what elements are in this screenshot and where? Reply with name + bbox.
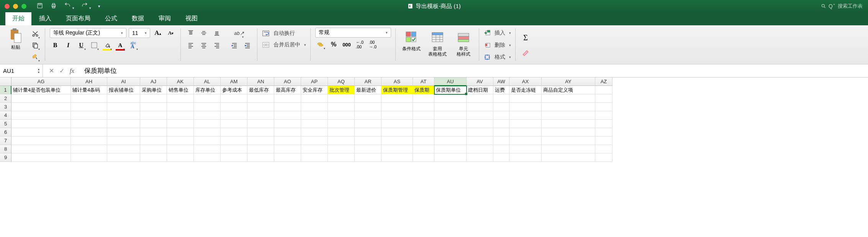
cell-AN2[interactable] <box>247 94 274 103</box>
cell-AN5[interactable] <box>247 120 274 128</box>
cell-AU8[interactable] <box>434 145 467 153</box>
cell-AR7[interactable] <box>355 137 382 145</box>
cell-AU1[interactable]: 保质期单位 <box>434 86 467 94</box>
cell-AK1[interactable]: 销售单位 <box>167 86 194 94</box>
cell-AU3[interactable] <box>434 103 467 111</box>
increase-indent-button[interactable] <box>242 40 253 51</box>
cell-AO6[interactable] <box>274 128 301 137</box>
enter-formula-icon[interactable]: ✓ <box>59 67 64 74</box>
minimize-window-icon[interactable] <box>13 4 18 9</box>
decrease-font-button[interactable]: A▾ <box>165 28 176 38</box>
cell-AR6[interactable] <box>355 128 382 137</box>
column-header-AH[interactable]: AH <box>71 77 107 86</box>
cell-AJ8[interactable] <box>140 145 167 153</box>
column-header-AI[interactable]: AI <box>107 77 140 86</box>
customize-qat-icon[interactable]: ▾ <box>98 4 100 9</box>
cell-AQ9[interactable] <box>328 153 355 162</box>
cell-AU5[interactable] <box>434 120 467 128</box>
fill-color-button[interactable] <box>102 40 113 51</box>
autosum-button[interactable]: Σ <box>520 33 531 43</box>
number-format-select[interactable]: 常规▾ <box>315 28 391 38</box>
cell-AO9[interactable] <box>274 153 301 162</box>
cell-AR4[interactable] <box>355 111 382 120</box>
cell-AI5[interactable] <box>107 120 140 128</box>
cell-AX8[interactable] <box>509 145 542 153</box>
column-header-AW[interactable]: AW <box>493 77 509 86</box>
cell-AT4[interactable] <box>413 111 434 120</box>
column-header-AP[interactable]: AP <box>301 77 328 86</box>
cell-AS1[interactable]: 保质期管理 <box>382 86 413 94</box>
cell-AZ6[interactable] <box>595 128 613 137</box>
cell-AO3[interactable] <box>274 103 301 111</box>
clear-button[interactable] <box>520 47 531 58</box>
cell-AG8[interactable] <box>11 145 71 153</box>
undo-icon[interactable]: ▾ <box>64 2 74 10</box>
decrease-decimal-button[interactable]: .00→.0 <box>367 39 378 50</box>
cell-AW1[interactable]: 运费 <box>493 86 509 94</box>
maximize-window-icon[interactable] <box>21 4 26 9</box>
cell-AL8[interactable] <box>194 145 221 153</box>
cell-AK6[interactable] <box>167 128 194 137</box>
select-all-corner[interactable] <box>0 77 11 86</box>
cell-AT5[interactable] <box>413 120 434 128</box>
cell-AH1[interactable]: 辅计量4条码 <box>71 86 107 94</box>
font-color-button[interactable]: A <box>115 40 126 51</box>
cell-AO7[interactable] <box>274 137 301 145</box>
align-top-button[interactable] <box>185 28 196 38</box>
cell-AG6[interactable] <box>11 128 71 137</box>
column-header-AV[interactable]: AV <box>467 77 493 86</box>
comma-button[interactable]: 000 <box>341 39 352 50</box>
cell-AH5[interactable] <box>71 120 107 128</box>
orientation-button[interactable]: ab↗ <box>234 28 244 38</box>
name-box[interactable]: AU1 ▴▾ <box>0 64 43 77</box>
cell-AG1[interactable]: 辅计量4是否包装单位 <box>11 86 71 94</box>
cell-AN9[interactable] <box>247 153 274 162</box>
align-left-button[interactable] <box>185 40 196 51</box>
cell-AL5[interactable] <box>194 120 221 128</box>
cell-AX4[interactable] <box>509 111 542 120</box>
insert-cells-button[interactable]: 插入 <box>484 28 511 38</box>
cell-AO2[interactable] <box>274 94 301 103</box>
cell-AV5[interactable] <box>467 120 493 128</box>
cell-AW4[interactable] <box>493 111 509 120</box>
cell-AL7[interactable] <box>194 137 221 145</box>
cell-AY2[interactable] <box>542 94 595 103</box>
column-header-AX[interactable]: AX <box>509 77 542 86</box>
column-header-AS[interactable]: AS <box>382 77 413 86</box>
cell-AS5[interactable] <box>382 120 413 128</box>
cell-AS3[interactable] <box>382 103 413 111</box>
cell-AJ6[interactable] <box>140 128 167 137</box>
cell-AK7[interactable] <box>167 137 194 145</box>
column-header-AR[interactable]: AR <box>355 77 382 86</box>
row-header-8[interactable]: 8 <box>0 145 11 153</box>
border-button[interactable] <box>89 40 100 51</box>
cell-AP2[interactable] <box>301 94 328 103</box>
row-header-6[interactable]: 6 <box>0 128 11 137</box>
column-header-AY[interactable]: AY <box>542 77 595 86</box>
cell-AP7[interactable] <box>301 137 328 145</box>
cell-AV7[interactable] <box>467 137 493 145</box>
column-header-AJ[interactable]: AJ <box>140 77 167 86</box>
delete-cells-button[interactable]: 删除 <box>484 40 511 51</box>
cell-AJ2[interactable] <box>140 94 167 103</box>
cell-AG9[interactable] <box>11 153 71 162</box>
formula-input[interactable]: 保质期单位 <box>80 66 117 75</box>
cell-AX1[interactable]: 是否走冻链 <box>509 86 542 94</box>
cell-AQ8[interactable] <box>328 145 355 153</box>
cancel-formula-icon[interactable]: ✕ <box>49 67 54 74</box>
cell-AP4[interactable] <box>301 111 328 120</box>
phonetic-button[interactable]: abcA <box>128 40 139 51</box>
cell-AV2[interactable] <box>467 94 493 103</box>
cell-AI3[interactable] <box>107 103 140 111</box>
row-header-5[interactable]: 5 <box>0 120 11 128</box>
cell-AK5[interactable] <box>167 120 194 128</box>
cell-AW5[interactable] <box>493 120 509 128</box>
cell-AR1[interactable]: 最新进价 <box>355 86 382 94</box>
paste-button[interactable]: 粘贴 <box>5 28 27 50</box>
cell-AY4[interactable] <box>542 111 595 120</box>
cell-AG2[interactable] <box>11 94 71 103</box>
cell-AO8[interactable] <box>274 145 301 153</box>
cell-AN7[interactable] <box>247 137 274 145</box>
column-header-AT[interactable]: AT <box>413 77 434 86</box>
cell-AS9[interactable] <box>382 153 413 162</box>
